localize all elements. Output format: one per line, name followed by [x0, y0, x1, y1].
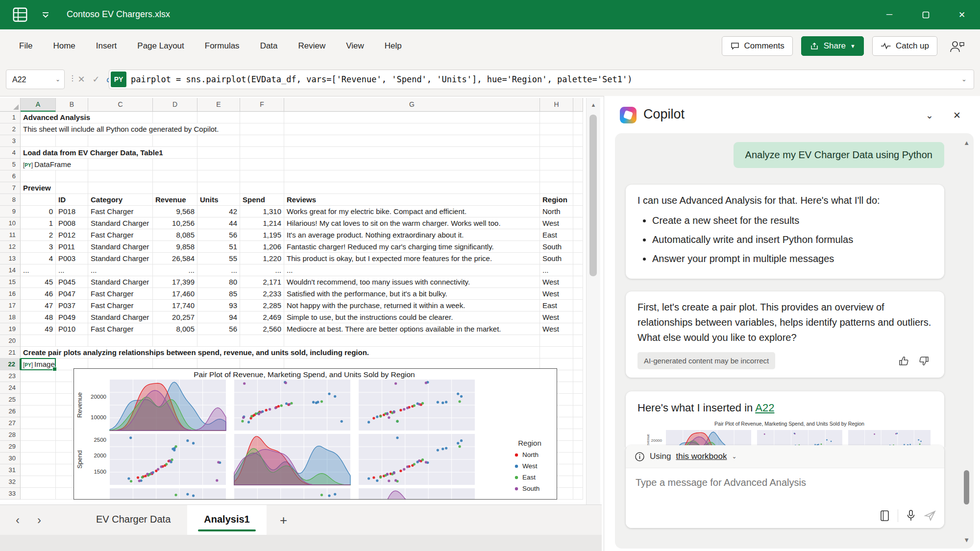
sheet-nav-prev-icon[interactable]: ‹: [7, 513, 28, 527]
cell-G17[interactable]: Not happy with the purchase, returned it…: [284, 300, 540, 311]
cell-F6[interactable]: [240, 170, 284, 182]
cell-x19[interactable]: [573, 323, 583, 335]
cell-D16[interactable]: 17,460: [153, 288, 197, 300]
cell-x28[interactable]: [573, 429, 583, 441]
column-header-A[interactable]: A: [21, 98, 56, 112]
cell-x6[interactable]: [573, 170, 583, 182]
cell-B20[interactable]: [56, 335, 88, 347]
cell-H5[interactable]: [540, 159, 573, 170]
cell-F20[interactable]: [240, 335, 284, 347]
cell-A32[interactable]: [21, 476, 56, 488]
comments-button[interactable]: Comments: [722, 36, 793, 56]
cell-x12[interactable]: [573, 241, 583, 253]
cell-B19[interactable]: P010: [56, 323, 88, 335]
ribbon-tab-data[interactable]: Data: [252, 37, 286, 55]
cell-G20[interactable]: [284, 335, 540, 347]
cell-F7[interactable]: [240, 182, 284, 194]
row-header-18[interactable]: 18: [0, 311, 21, 323]
row-header-7[interactable]: 7: [0, 182, 21, 194]
column-header-E[interactable]: E: [197, 98, 240, 112]
cell-E19[interactable]: 56: [197, 323, 240, 335]
minimize-button[interactable]: ─: [871, 0, 907, 29]
row-header-10[interactable]: 10: [0, 217, 21, 229]
row-header-29[interactable]: 29: [0, 441, 21, 453]
row-header-33[interactable]: 33: [0, 488, 21, 500]
cell-D3[interactable]: [153, 135, 197, 147]
cell-H3[interactable]: [540, 135, 573, 147]
cell-A16[interactable]: 46: [21, 288, 56, 300]
cell-H18[interactable]: West: [540, 311, 573, 323]
cell-E6[interactable]: [197, 170, 240, 182]
people-icon[interactable]: [949, 39, 965, 53]
cell-C14[interactable]: ...: [88, 264, 153, 276]
sheet-tab-analysis1[interactable]: Analysis1: [187, 505, 266, 535]
cell-H6[interactable]: [540, 170, 573, 182]
cell-G4[interactable]: [284, 147, 540, 159]
cell-H10[interactable]: West: [540, 217, 573, 229]
cell-B16[interactable]: P047: [56, 288, 88, 300]
cell-F15[interactable]: 2,171: [240, 276, 284, 288]
cell-A3[interactable]: [21, 135, 56, 147]
cell-F1[interactable]: [240, 112, 284, 123]
cell-A18[interactable]: 48: [21, 311, 56, 323]
row-header-14[interactable]: 14: [0, 264, 21, 276]
cell-H15[interactable]: West: [540, 276, 573, 288]
cell-x20[interactable]: [573, 335, 583, 347]
row-header-4[interactable]: 4: [0, 147, 21, 159]
ribbon-tab-help[interactable]: Help: [376, 37, 410, 55]
column-header-F[interactable]: F: [240, 98, 284, 112]
row-header-13[interactable]: 13: [0, 253, 21, 264]
confirm-entry-icon[interactable]: ✓: [89, 70, 103, 89]
cell-B18[interactable]: P049: [56, 311, 88, 323]
row-header-32[interactable]: 32: [0, 476, 21, 488]
cell-D8[interactable]: Revenue: [153, 194, 197, 206]
cell-x16[interactable]: [573, 288, 583, 300]
cell-C7[interactable]: [88, 182, 153, 194]
thumbs-up-icon[interactable]: [898, 355, 910, 367]
cell-E5[interactable]: [197, 159, 240, 170]
cell-C3[interactable]: [88, 135, 153, 147]
cell-E20[interactable]: [197, 335, 240, 347]
cell-F16[interactable]: 2,233: [240, 288, 284, 300]
cell-D1[interactable]: [153, 112, 197, 123]
ribbon-tab-page-layout[interactable]: Page Layout: [129, 37, 192, 55]
cell-F14[interactable]: ...: [240, 264, 284, 276]
cell-x29[interactable]: [573, 441, 583, 453]
cell-A31[interactable]: [21, 464, 56, 476]
cell-x9[interactable]: [573, 206, 583, 217]
cell-A6[interactable]: [21, 170, 56, 182]
cell-x14[interactable]: [573, 264, 583, 276]
cell-A14[interactable]: ...: [21, 264, 56, 276]
cell-F12[interactable]: 1,206: [240, 241, 284, 253]
formula-bar-expand-icon[interactable]: ⌄: [961, 70, 967, 89]
cell-D6[interactable]: [153, 170, 197, 182]
cell-G1[interactable]: [284, 112, 540, 123]
row-header-24[interactable]: 24: [0, 382, 21, 394]
cell-B12[interactable]: P011: [56, 241, 88, 253]
cell-H7[interactable]: [540, 182, 573, 194]
row-header-5[interactable]: 5: [0, 159, 21, 170]
cell-G11[interactable]: It's an average product. Nothing extraor…: [284, 229, 540, 241]
cell-D15[interactable]: 17,399: [153, 276, 197, 288]
copilot-collapse-icon[interactable]: ⌄: [926, 110, 933, 121]
ribbon-tab-view[interactable]: View: [338, 37, 372, 55]
row-header-27[interactable]: 27: [0, 417, 21, 429]
cell-G14[interactable]: ...: [284, 264, 540, 276]
cell-x13[interactable]: [573, 253, 583, 264]
cell-B7[interactable]: [56, 182, 88, 194]
cell-E16[interactable]: 85: [197, 288, 240, 300]
cell-x11[interactable]: [573, 229, 583, 241]
cell-E12[interactable]: 51: [197, 241, 240, 253]
cell-x21[interactable]: [573, 347, 583, 359]
cell-H13[interactable]: South: [540, 253, 573, 264]
cell-E8[interactable]: Units: [197, 194, 240, 206]
cell-E7[interactable]: [197, 182, 240, 194]
row-header-21[interactable]: 21: [0, 347, 21, 359]
sheet-tab-ev-charger-data[interactable]: EV Charger Data: [79, 505, 187, 535]
cell-x10[interactable]: [573, 217, 583, 229]
cell-G19[interactable]: Mediocre at best. There are better optio…: [284, 323, 540, 335]
cell-H19[interactable]: West: [540, 323, 573, 335]
cell-G7[interactable]: [284, 182, 540, 194]
cell-A20[interactable]: [21, 335, 56, 347]
cell-H8[interactable]: Region: [540, 194, 573, 206]
